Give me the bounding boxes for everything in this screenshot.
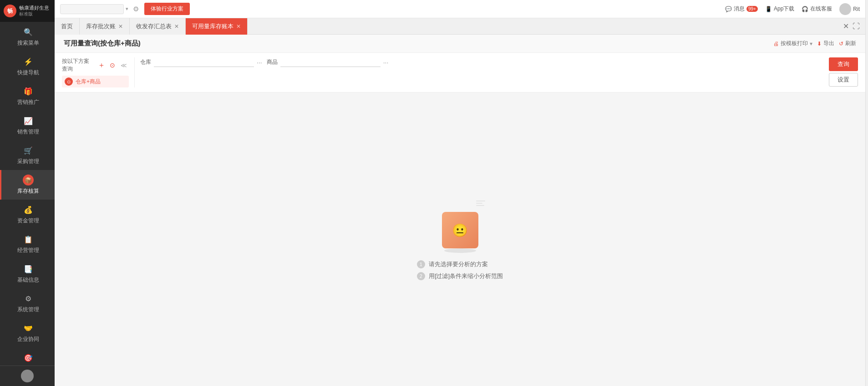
sidebar-item-search[interactable]: 🔍 搜索菜单 <box>0 22 55 51</box>
message-label: 消息 <box>734 5 745 13</box>
export-btn[interactable]: ⬇ 导出 <box>817 40 834 47</box>
sidebar-item-shortcut[interactable]: ⚡ 快捷导航 <box>0 51 55 81</box>
sidebar-header: 畅 畅康通好生意 标准版 <box>0 0 55 22</box>
filter-fields: 仓库 ··· 商品 ··· <box>140 57 823 67</box>
sidebar: 畅 畅康通好生意 标准版 🔍 搜索菜单 ⚡ 快捷导航 🎁 营销推广 📈 销售管理… <box>0 0 55 386</box>
app-download-label: App下载 <box>774 5 794 13</box>
sidebar-item-operations[interactable]: 📋 经营管理 <box>0 229 55 259</box>
online-service-btn[interactable]: 🎧 在线客服 <box>802 5 832 13</box>
tab-batch-account-label: 库存批次账 <box>86 22 116 31</box>
target-icon: 🎯 <box>23 352 34 363</box>
gear-icon: ⚙ <box>23 293 34 304</box>
message-icon: 💬 <box>725 6 732 12</box>
message-badge: 99+ <box>746 6 758 12</box>
product-input[interactable] <box>280 57 381 67</box>
empty-hint-1: 1 请先选择要分析的方案 <box>417 260 503 268</box>
print-btn[interactable]: 🖨 按模板打印 ▾ <box>773 40 812 47</box>
app-name: 畅康通好生意 <box>19 5 49 11</box>
sidebar-item-purchase[interactable]: 🛒 采购管理 <box>0 140 55 170</box>
industry-btn[interactable]: 体验行业方案 <box>144 3 190 15</box>
sidebar-item-sales[interactable]: 📈 销售管理 <box>0 111 55 140</box>
phone-icon: 📱 <box>765 6 772 12</box>
print-label: 按模板打印 <box>781 40 808 47</box>
search-input[interactable] <box>60 4 124 14</box>
cart-icon: 🛒 <box>23 145 34 156</box>
settings-icon[interactable]: ⚙ <box>133 5 139 13</box>
topbar-right: 💬 消息 99+ 📱 App下载 🎧 在线客服 Rit <box>725 3 860 15</box>
sales-icon: 📈 <box>23 115 34 126</box>
product-more-btn[interactable]: ··· <box>383 59 389 66</box>
sidebar-item-label: 资金管理 <box>17 217 39 225</box>
tab-available-ledger-close[interactable]: ✕ <box>236 23 241 30</box>
tab-home-label: 首页 <box>61 22 73 31</box>
sidebar-item-basicinfo[interactable]: 📑 基础信息 <box>0 259 55 288</box>
warehouse-more-btn[interactable]: ··· <box>257 59 262 66</box>
scheme-item-label: 仓库+商品 <box>76 78 101 86</box>
page-actions: 🖨 按模板打印 ▾ ⬇ 导出 ↺ 刷新 <box>773 40 856 47</box>
sidebar-item-label: 销售管理 <box>17 128 39 136</box>
user-info[interactable]: Rit <box>839 3 860 15</box>
scheme-title: 按以下方案查询 ＋ ⊙ ≪ <box>62 57 129 73</box>
empty-hint-2: 2 用[过滤]条件来缩小分析范围 <box>417 272 503 280</box>
add-scheme-btn[interactable]: ＋ <box>97 61 106 70</box>
tab-home[interactable]: 首页 <box>55 18 80 35</box>
sidebar-item-inventory[interactable]: 📦 库存核算 <box>0 170 55 200</box>
message-btn[interactable]: 💬 消息 99+ <box>725 5 758 13</box>
hint-num-2: 2 <box>417 272 425 280</box>
print-chevron: ▾ <box>810 41 812 47</box>
app-logo: 畅 <box>4 5 16 17</box>
sidebar-item-label: 采购管理 <box>17 158 39 165</box>
box-icon: 📦 <box>23 175 34 185</box>
sidebar-item-newbie[interactable]: 🎯 新手引导 <box>0 348 55 365</box>
sidebar-item-marketing[interactable]: 🎁 营销推广 <box>0 81 55 111</box>
scheme-item-warehouse-product[interactable]: ⊙ 仓库+商品 <box>62 76 129 87</box>
sidebar-item-funds[interactable]: 💰 资金管理 <box>0 200 55 229</box>
app-download-btn[interactable]: 📱 App下载 <box>765 5 794 13</box>
lightning-icon: ⚡ <box>23 56 34 67</box>
settings-scheme-btn[interactable]: ⊙ <box>109 62 116 69</box>
sidebar-footer <box>0 365 55 386</box>
sidebar-item-label: 库存核算 <box>17 187 39 195</box>
sidebar-item-enterprise[interactable]: 🤝 企业协同 <box>0 318 55 348</box>
empty-hints: 1 请先选择要分析的方案 2 用[过滤]条件来缩小分析范围 <box>417 260 503 280</box>
sidebar-scroll: 🔍 搜索菜单 ⚡ 快捷导航 🎁 营销推广 📈 销售管理 🛒 采购管理 📦 库存核… <box>0 22 55 365</box>
export-icon: ⬇ <box>817 41 822 47</box>
hint-text-1: 请先选择要分析的方案 <box>429 260 488 268</box>
tab-receipt-summary[interactable]: 收发存汇总表 ✕ <box>130 18 186 35</box>
collapse-icon[interactable]: ≪ <box>119 62 129 69</box>
topbar: ▾ ⚙ 体验行业方案 💬 消息 99+ 📱 App下载 🎧 在线客服 Rit <box>55 0 865 18</box>
page-title: 可用量查询(按仓库+商品) <box>64 39 773 48</box>
tab-close-all-btn[interactable]: ✕ <box>841 21 851 31</box>
tabs-bar: 首页 库存批次账 ✕ 收发存汇总表 ✕ 可用量库存账本 ✕ ✕ ⛶ <box>55 18 865 35</box>
export-label: 导出 <box>823 40 834 47</box>
handshake-icon: 🤝 <box>23 323 34 334</box>
filter-area: 按以下方案查询 ＋ ⊙ ≪ ⊙ 仓库+商品 仓库 ··· 商品 ··· <box>55 53 865 93</box>
tab-available-ledger[interactable]: 可用量库存账本 ✕ <box>186 18 248 35</box>
product-label: 商品 <box>267 58 278 66</box>
tab-receipt-summary-label: 收发存汇总表 <box>136 22 172 31</box>
tab-fullscreen-btn[interactable]: ⛶ <box>851 21 862 31</box>
tab-batch-account-close[interactable]: ✕ <box>118 23 123 30</box>
money-icon: 💰 <box>23 204 34 215</box>
empty-box-icon <box>442 212 478 248</box>
user-avatar-small <box>21 370 34 382</box>
sidebar-item-system[interactable]: ⚙ 系统管理 <box>0 288 55 318</box>
tab-batch-account[interactable]: 库存批次账 ✕ <box>80 18 130 35</box>
sidebar-item-label: 营销推广 <box>17 98 39 106</box>
user-name: Rit <box>853 6 860 12</box>
hint-num-1: 1 <box>417 260 425 268</box>
warehouse-label: 仓库 <box>140 58 151 66</box>
chevron-down-icon[interactable]: ▾ <box>126 6 128 12</box>
hint-text-2: 用[过滤]条件来缩小分析范围 <box>429 272 503 280</box>
gift-icon: 🎁 <box>23 86 34 97</box>
warehouse-input[interactable] <box>154 57 254 67</box>
tab-receipt-summary-close[interactable]: ✕ <box>174 23 179 30</box>
sidebar-item-label: 基础信息 <box>17 276 39 284</box>
refresh-btn[interactable]: ↺ 刷新 <box>839 40 856 47</box>
query-button[interactable]: 查询 <box>829 57 858 71</box>
filter-field-warehouse: 仓库 ··· <box>140 57 262 67</box>
settings-button[interactable]: 设置 <box>829 73 858 87</box>
user-avatar <box>839 3 851 15</box>
sidebar-item-label: 企业协同 <box>17 335 39 343</box>
action-buttons: 查询 设置 <box>829 57 858 87</box>
